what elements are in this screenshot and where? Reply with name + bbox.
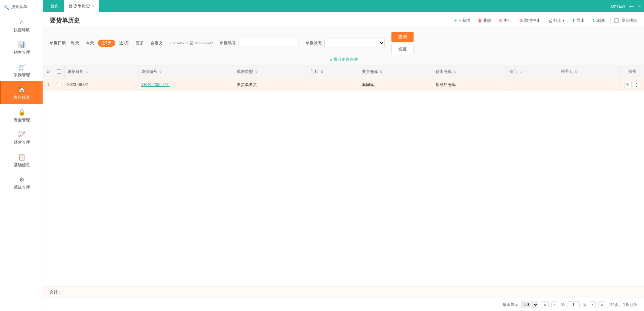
row-checkbox[interactable] (57, 82, 61, 86)
doc-number-input[interactable] (238, 39, 299, 47)
tab-requisition-history[interactable]: 要货单历史 × (64, 0, 99, 12)
date-yesterday-btn[interactable]: 昨天 (68, 40, 82, 47)
col-pending-warehouse[interactable]: 待出仓库 ⇅ (433, 65, 506, 78)
stop-icon: ⊗ (499, 18, 503, 23)
page-size-select[interactable]: 50 20 100 (521, 301, 538, 308)
sidebar-item-operation[interactable]: 📈 经营管理 (0, 126, 43, 149)
col-date[interactable]: 单据日期 ⇅ (64, 65, 138, 78)
sidebar-item-system[interactable]: ⚙ 系统管理 (0, 171, 43, 194)
sidebar-item-purchase[interactable]: 🛒 采购管理 (0, 59, 43, 81)
cancel-icon: ⊗ (519, 18, 523, 23)
sidebar-item-label: 经营管理 (14, 140, 30, 145)
tab-close-icon[interactable]: × (92, 4, 94, 8)
table-header-row: ⚙ 单据日期 ⇅ 单据编号 ⇅ 单据类型 (43, 65, 644, 78)
page-label: 第 (561, 302, 565, 308)
col-dept[interactable]: 部门 ⇅ (507, 65, 558, 78)
sidebar-item-basic[interactable]: 📋 基础信息 (0, 149, 43, 171)
col-handler[interactable]: 经手人 ⇅ (558, 65, 620, 78)
sidebar-item-quick-nav[interactable]: ⌂ 快捷导航 (0, 14, 43, 36)
sidebar-item-label: 快捷导航 (14, 27, 30, 33)
stop-label: 中止 (504, 18, 512, 24)
first-page-button[interactable]: « (541, 301, 549, 308)
sidebar-search[interactable]: 🔍 搜索菜单 (0, 0, 43, 14)
next-page-button[interactable]: › (589, 301, 596, 308)
row-edit-button[interactable]: ✎ (624, 81, 632, 88)
close-window-button[interactable]: ✕ (638, 4, 641, 9)
page-input[interactable] (568, 301, 580, 308)
doc-status-label: 单据状态 (306, 40, 322, 46)
settings-button[interactable]: 设置 (391, 44, 414, 54)
system-icon: ⚙ (19, 176, 24, 183)
table-footer: 合计： (43, 286, 644, 298)
cart-icon: 🛒 (18, 63, 25, 71)
stop-button[interactable]: ⊗ 中止 (497, 16, 514, 25)
query-button[interactable]: 查询 (391, 32, 414, 42)
row-handler (558, 78, 620, 91)
row-more-button[interactable]: ⋮ (633, 81, 640, 88)
prev-page-button[interactable]: ‹ (551, 301, 558, 308)
col-number[interactable]: 单据编号 ⇅ (138, 65, 234, 78)
show-detail-label: 显示明细 (621, 18, 637, 24)
minimize-button[interactable]: — (629, 4, 634, 9)
pagination-bar: 每页显示 50 20 100 « ‹ 第 页 › » 共1页，1条记录 (43, 298, 644, 311)
new-button[interactable]: ＋ + 新增 (451, 16, 472, 25)
show-detail-checkbox[interactable] (614, 18, 619, 23)
filter-row-1: 单据日期 昨天 今天 近7天 近1月 更多 自定义 2023-05-27 至 2… (50, 32, 637, 54)
sidebar-item-finance[interactable]: 🔒 资金管理 (0, 104, 43, 126)
row-number-link[interactable]: YH-20230602-0 (141, 82, 170, 87)
row-store (308, 78, 359, 91)
col-store[interactable]: 门店 ⇅ (308, 65, 359, 78)
sidebar-item-label: 系统管理 (14, 185, 30, 190)
tab-requisition-history-label: 要货单历史 (68, 3, 90, 9)
total-label: 合计： (50, 290, 62, 295)
date-range-label: 2023-05-27 至 2023-06-02 (169, 41, 213, 46)
date-more-btn[interactable]: 更多 (133, 40, 147, 47)
inventory-icon: 🏠 (18, 86, 25, 93)
toolbar: ＋ + 新增 🗑 删除 ⊗ 中止 ⊗ 取消中止 🖨 打印 (451, 16, 637, 25)
date-filter-group: 单据日期 昨天 今天 近7天 近1月 更多 自定义 2023-05-27 至 2… (50, 40, 213, 47)
brand-label: OfTEn (610, 4, 625, 9)
table-area: ⚙ 单据日期 ⇅ 单据编号 ⇅ 单据类型 (43, 65, 644, 286)
sort-pending-warehouse-icon: ⇅ (453, 70, 456, 74)
export-button[interactable]: ⬆ 导出 (570, 16, 587, 25)
doc-status-select[interactable] (324, 39, 385, 47)
print-icon: 🖨 (548, 18, 552, 23)
date-last7days-btn[interactable]: 近7天 (98, 40, 115, 47)
chevron-down-icon: ∨ (329, 57, 332, 62)
col-req-warehouse[interactable]: 要货仓库 ⇅ (359, 65, 433, 78)
col-settings[interactable]: ⚙ (43, 65, 54, 78)
print-label: 打印 (553, 18, 561, 24)
cancel-stop-label: 取消中止 (524, 18, 540, 24)
date-today-btn[interactable]: 今天 (83, 40, 97, 47)
sidebar-item-sales[interactable]: 📊 销售管理 (0, 36, 43, 59)
expand-label: 展开更多条件 (334, 57, 358, 62)
basic-icon: 📋 (18, 153, 25, 161)
row-ops: ✎ ⋮ (621, 78, 644, 91)
date-custom-btn[interactable]: 自定义 (148, 40, 165, 47)
sort-date-icon: ⇅ (85, 70, 88, 74)
last-page-button[interactable]: » (598, 301, 606, 308)
delete-label: 删除 (483, 18, 491, 24)
show-detail-button[interactable]: 显示明细 (614, 18, 637, 24)
new-label: + 新增 (459, 18, 470, 24)
delete-icon: 🗑 (478, 18, 482, 23)
main-area: 首页 要货单历史 × OfTEn — ✕ 要货单历史 ＋ + 新增 🗑 删除 (43, 0, 644, 311)
col-type[interactable]: 单据类型 ⇅ (234, 65, 308, 78)
select-all-checkbox[interactable] (57, 69, 61, 74)
refresh-button[interactable]: ↻ 刷新 (590, 16, 607, 25)
delete-button[interactable]: 🗑 删除 (476, 16, 493, 25)
row-pending-warehouse: 原材料仓库 (433, 78, 506, 91)
print-button[interactable]: 🖨 打印 ▾ (546, 16, 566, 25)
sidebar-item-inventory[interactable]: 🏠 库存核算 (0, 81, 43, 104)
tab-home[interactable]: 首页 (46, 0, 64, 12)
cancel-stop-button[interactable]: ⊗ 取消中止 (517, 16, 542, 25)
print-dropdown-icon[interactable]: ▾ (562, 19, 564, 23)
expand-button[interactable]: ∨ 展开更多条件 (329, 57, 358, 62)
lock-icon: 🔒 (18, 108, 25, 116)
doc-status-filter-group: 单据状态 (306, 39, 385, 47)
search-icon: 🔍 (3, 4, 9, 10)
page-suffix: 页 (582, 302, 586, 308)
page-header: 要货单历史 ＋ + 新增 🗑 删除 ⊗ 中止 ⊗ 取消中止 (43, 12, 644, 28)
row-req-warehouse: 车间库 (359, 78, 433, 91)
date-last1month-btn[interactable]: 近1月 (116, 40, 132, 47)
